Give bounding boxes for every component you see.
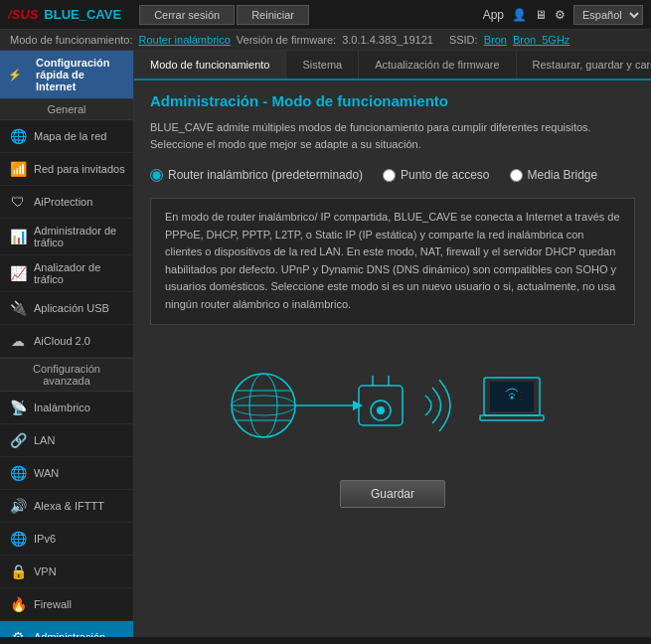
sidebar-item-label: LAN [34,434,55,446]
sidebar-item-wireless[interactable]: 📡 Inalámbrico [0,392,133,424]
radio-media-bridge[interactable] [510,169,523,182]
network-map-icon: 🌐 [8,126,28,146]
svg-point-15 [511,396,514,399]
sidebar-item-label: Inalámbrico [34,402,90,413]
logo-area: /SUS BLUE_CAVE [0,7,129,22]
network-diagram [150,341,635,480]
sidebar-item-label: Firewall [34,598,72,610]
app-label: App [483,8,504,22]
sidebar-item-quick-internet[interactable]: ⚡ Configuración rápida de Internet [0,51,133,98]
sidebar-item-usb-app[interactable]: 🔌 Aplicación USB [0,292,133,325]
sidebar-item-wan[interactable]: 🌐 WAN [0,457,133,490]
sidebar-item-aicloud[interactable]: ☁ AiCloud 2.0 [0,325,133,358]
settings-icon[interactable]: ⚙ [555,8,566,22]
svg-point-10 [377,406,385,414]
header-right: App 👤 🖥 ⚙ Español [483,5,651,25]
radio-option-media-bridge[interactable]: Media Bridge [510,168,598,182]
wireless-icon: 📡 [8,398,28,417]
firewall-icon: 🔥 [8,594,28,614]
aicloud-icon: ☁ [8,331,28,351]
sidebar-item-label: AiCloud 2.0 [34,335,90,347]
main-layout: ⚡ Configuración rápida de Internet Gener… [0,51,651,637]
close-session-button[interactable]: Cerrar sesión [139,5,235,25]
mode-radio-group: Router inalámbrico (predeterminado) Punt… [150,168,635,182]
sidebar-item-label: Mapa de la red [34,130,106,142]
firmware-version: 3.0.1.4.383_19121 [342,34,433,46]
sidebar-item-label: Red para invitados [34,163,125,175]
header-buttons: Cerrar sesión Reiniciar [139,5,309,25]
mode-link[interactable]: Router inalámbrico [139,34,231,46]
sidebar-item-label: Administrador de tráfico [34,225,127,248]
network-diagram-svg [214,351,571,460]
quick-internet-label: Configuración rápida de Internet [36,57,110,92]
info-bar: Modo de funcionamiento: Router inalámbri… [0,30,651,51]
traffic-analyzer-icon: 📈 [8,263,28,283]
sidebar-item-guest-network[interactable]: 📶 Red para invitados [0,153,133,186]
ssid-5g-link[interactable]: Bron_5GHz [513,34,570,46]
sidebar-item-label: Alexa & IFTTT [34,500,104,512]
sidebar-item-label: Aplicación USB [34,302,109,314]
header: /SUS BLUE_CAVE Cerrar sesión Reiniciar A… [0,0,651,30]
tab-system[interactable]: Sistema [286,51,359,79]
radio-router[interactable] [150,169,163,182]
ssid-2g-link[interactable]: Bron [484,34,507,46]
asus-logo: /SUS [8,7,38,22]
mode-description-box: En modo de router inalámbrico/ IP compar… [150,198,635,325]
radio-ap-label: Punto de acceso [401,168,489,182]
aiprotection-icon: 🛡 [8,192,28,212]
content-area: Modo de funcionamiento Sistema Actualiza… [134,51,651,637]
mode-description-text: En modo de router inalámbrico/ IP compar… [165,211,620,310]
sidebar-item-traffic-analyzer[interactable]: 📈 Analizador de tráfico [0,255,133,292]
administration-icon: ⚙ [8,627,28,637]
save-button[interactable]: Guardar [340,480,445,508]
tab-firmware-update[interactable]: Actualización de firmware [359,51,516,79]
tab-operation-mode[interactable]: Modo de funcionamiento [134,51,286,79]
sidebar-item-label: AiProtection [34,196,92,208]
sidebar-item-network-map[interactable]: 🌐 Mapa de la red [0,120,133,153]
guest-network-icon: 📶 [8,159,28,179]
sidebar-item-label: Analizador de tráfico [34,261,127,285]
language-select[interactable]: Español [573,5,643,25]
save-area: Guardar [150,480,635,508]
radio-router-label: Router inalámbrico (predeterminado) [168,168,363,182]
sidebar-item-aiprotection[interactable]: 🛡 AiProtection [0,186,133,219]
radio-mb-label: Media Bridge [528,168,598,182]
wan-icon: 🌐 [8,463,28,483]
reboot-button[interactable]: Reiniciar [237,5,309,25]
sidebar-item-label: IPv6 [34,533,56,545]
traffic-manager-icon: 📊 [8,227,28,246]
sidebar-item-ipv6[interactable]: 🌐 IPv6 [0,523,133,556]
ssid-prefix: SSID: [449,34,478,46]
lan-icon: 🔗 [8,430,28,450]
sidebar-general-section: General [0,98,133,120]
ipv6-icon: 🌐 [8,529,28,549]
quick-internet-icon: ⚡ [8,69,22,81]
usb-icon: 🔌 [8,298,28,318]
vpn-icon: 🔒 [8,562,28,581]
radio-access-point[interactable] [383,169,396,182]
page-content: Administración - Modo de funcionamiento … [134,80,651,637]
svg-rect-16 [480,415,544,420]
sidebar-item-administration[interactable]: ⚙ Administración [0,621,133,637]
sidebar-advanced-section: Configuración avanzada [0,358,133,392]
sidebar-item-firewall[interactable]: 🔥 Firewall [0,588,133,621]
tabs-bar: Modo de funcionamiento Sistema Actualiza… [134,51,651,80]
sidebar-item-traffic-manager[interactable]: 📊 Administrador de tráfico [0,219,133,255]
router-name: BLUE_CAVE [44,7,121,22]
sidebar-item-alexa[interactable]: 🔊 Alexa & IFTTT [0,490,133,523]
radio-option-access-point[interactable]: Punto de acceso [383,168,489,182]
sidebar: ⚡ Configuración rápida de Internet Gener… [0,51,134,637]
alexa-icon: 🔊 [8,496,28,516]
sidebar-item-label: WAN [34,467,59,479]
page-description: BLUE_CAVE admite múltiples modos de func… [150,119,635,152]
page-title: Administración - Modo de funcionamiento [150,92,635,109]
svg-marker-7 [353,401,363,410]
sidebar-item-lan[interactable]: 🔗 LAN [0,424,133,457]
user-icon[interactable]: 👤 [512,8,527,22]
sidebar-item-label: VPN [34,565,57,577]
radio-option-router[interactable]: Router inalámbrico (predeterminado) [150,168,363,182]
monitor-icon[interactable]: 🖥 [535,8,547,22]
sidebar-item-vpn[interactable]: 🔒 VPN [0,556,133,588]
svg-rect-8 [359,386,403,425]
tab-restore-save[interactable]: Restaurar, guardar y cargar configuració… [517,51,651,79]
